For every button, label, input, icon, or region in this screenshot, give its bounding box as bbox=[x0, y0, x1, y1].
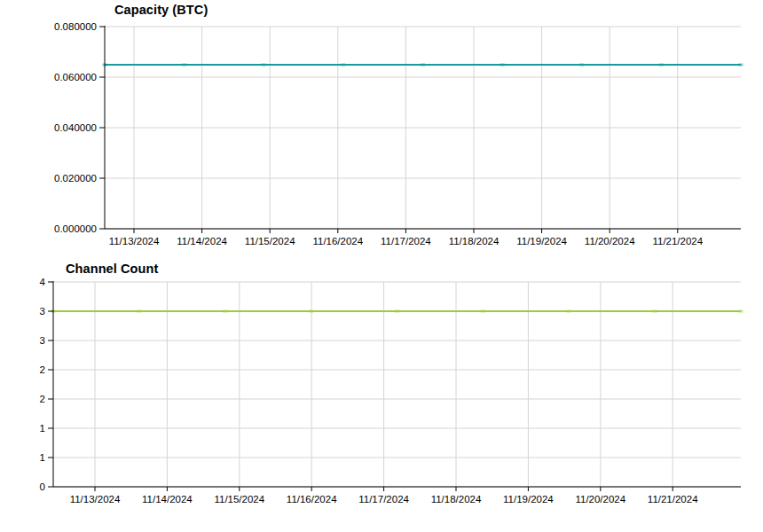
x-axis-date-label: 11/19/2024 bbox=[503, 494, 554, 505]
x-axis-date-label: 11/20/2024 bbox=[585, 236, 635, 246]
x-axis-date-label: 11/21/2024 bbox=[652, 236, 703, 246]
x-axis-date-label: 11/17/2024 bbox=[358, 494, 409, 505]
x-axis-date-label: 11/21/2024 bbox=[648, 494, 698, 505]
channel-count-chart-plot: 4332211011/13/202411/14/202411/15/202411… bbox=[0, 262, 763, 532]
x-axis-date-label: 11/15/2024 bbox=[245, 236, 295, 246]
x-axis-date-label: 11/19/2024 bbox=[516, 236, 567, 246]
y-axis-tick-label: 3 bbox=[40, 306, 45, 317]
x-axis-date-label: 11/13/2024 bbox=[70, 494, 121, 505]
y-axis-tick-label: 0.060000 bbox=[54, 72, 97, 82]
x-axis-date-label: 11/18/2024 bbox=[431, 494, 482, 505]
y-axis-tick-label: 0.020000 bbox=[54, 173, 97, 184]
x-axis-date-label: 11/15/2024 bbox=[214, 494, 264, 505]
x-axis-date-label: 11/17/2024 bbox=[381, 236, 431, 246]
y-axis-tick-label: 2 bbox=[40, 364, 45, 375]
x-axis-date-label: 11/20/2024 bbox=[575, 494, 625, 505]
x-axis-date-label: 11/13/2024 bbox=[109, 236, 160, 246]
y-axis-tick-label: 0 bbox=[40, 481, 45, 492]
capacity-chart-plot: 0.0800000.0600000.0400000.0200000.000000… bbox=[0, 0, 763, 257]
y-axis-tick-label: 0.040000 bbox=[54, 122, 97, 133]
y-axis-tick-label: 0.000000 bbox=[54, 223, 97, 234]
y-axis-tick-label: 4 bbox=[40, 277, 46, 287]
x-axis-date-label: 11/14/2024 bbox=[177, 236, 227, 246]
y-axis-tick-label: 3 bbox=[40, 335, 45, 346]
x-axis-date-label: 11/14/2024 bbox=[142, 494, 193, 505]
x-axis-date-label: 11/18/2024 bbox=[449, 236, 499, 246]
x-axis-date-label: 11/16/2024 bbox=[287, 494, 337, 505]
y-axis-tick-label: 0.080000 bbox=[54, 21, 97, 32]
x-axis-date-label: 11/16/2024 bbox=[312, 236, 363, 246]
y-axis-tick-label: 2 bbox=[40, 394, 45, 404]
y-axis-tick-label: 1 bbox=[40, 423, 45, 434]
y-axis-tick-label: 1 bbox=[40, 452, 45, 463]
